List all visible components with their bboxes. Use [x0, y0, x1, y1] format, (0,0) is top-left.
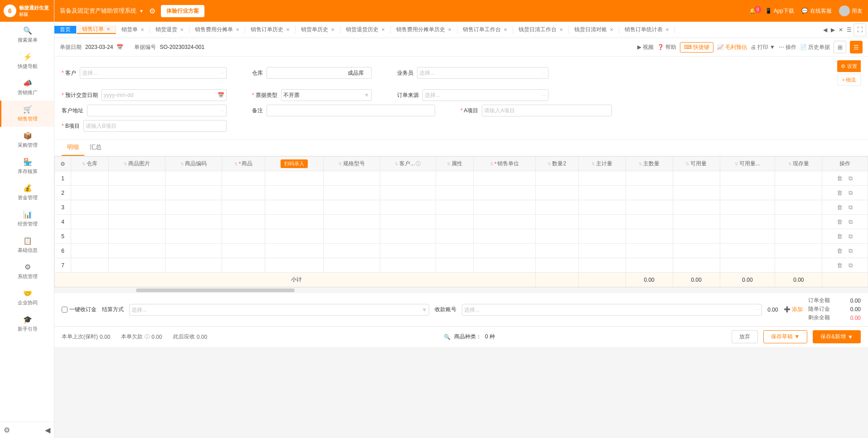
row-copy-icon[interactable]: ⧉ — [846, 174, 855, 183]
th-gear[interactable]: ⚙ — [55, 157, 71, 171]
row-main-qty[interactable] — [626, 229, 673, 244]
row-current[interactable] — [775, 229, 822, 244]
fullscreen-icon[interactable]: ⛶ — [853, 24, 866, 36]
tab-close-icon[interactable]: ✕ — [504, 27, 507, 32]
view-video-button[interactable]: ▶ 视频 — [637, 43, 654, 51]
b-project-wrap[interactable] — [83, 120, 227, 132]
tab-close-icon[interactable]: ✕ — [141, 27, 144, 32]
row-main-unit[interactable] — [578, 244, 626, 258]
payment-method-wrap[interactable]: ▼ — [129, 304, 429, 316]
tabs-menu-icon[interactable]: ☰ — [845, 27, 853, 33]
customer-input[interactable] — [82, 70, 219, 76]
row-avail[interactable] — [673, 171, 720, 186]
row-main-qty[interactable] — [626, 186, 673, 200]
remarks-wrap[interactable] — [267, 105, 435, 116]
row-current[interactable] — [775, 258, 822, 273]
row-attr[interactable] — [436, 171, 474, 186]
customer-address-input[interactable] — [89, 107, 219, 114]
one-click-checkbox-wrap[interactable]: 一键收订金 — [62, 306, 97, 313]
row-product[interactable] — [222, 258, 265, 273]
row-product[interactable] — [222, 200, 265, 215]
payment-dropdown-icon[interactable]: ▼ — [422, 307, 427, 313]
address-expand-icon[interactable]: ⋯ — [220, 108, 224, 113]
row-code[interactable] — [165, 215, 222, 229]
tab-销售订单工作台[interactable]: 销售订单工作台✕ — [457, 26, 513, 34]
row-unit[interactable] — [474, 258, 536, 273]
row-copy-icon[interactable]: ⧉ — [846, 246, 855, 255]
row-spec[interactable] — [323, 229, 380, 244]
tab-close-icon[interactable]: ✕ — [665, 27, 669, 32]
row-current[interactable] — [775, 200, 822, 215]
order-source-input[interactable] — [425, 92, 541, 98]
tab-close-icon[interactable]: ✕ — [286, 27, 290, 32]
row-spec[interactable] — [323, 171, 380, 186]
row-code[interactable] — [165, 171, 222, 186]
sidebar-item-purchase[interactable]: 📦采购管理 — [0, 127, 54, 153]
notification-bell[interactable]: 🔔9 — [749, 8, 758, 14]
sidebar-item-guide[interactable]: 🎓新手引导 — [0, 311, 54, 337]
row-main-unit[interactable] — [578, 171, 626, 186]
tab-close-icon[interactable]: ✕ — [559, 27, 563, 32]
delivery-calendar-icon[interactable]: 📅 — [218, 92, 224, 98]
row-attr[interactable] — [436, 215, 474, 229]
th-scan[interactable]: 扫码录入 — [265, 157, 323, 171]
tab-销售订单历史[interactable]: 销售订单历史✕ — [245, 26, 296, 34]
product-count-icon[interactable]: 🔍 — [444, 334, 451, 340]
row-main-unit[interactable] — [578, 258, 626, 273]
row-warehouse[interactable] — [71, 244, 109, 258]
row-avail2[interactable] — [720, 186, 775, 200]
row-current[interactable] — [775, 186, 822, 200]
salesperson-expand-icon[interactable]: ⋯ — [542, 71, 546, 76]
row-image[interactable] — [108, 186, 165, 200]
row-product[interactable] — [222, 244, 265, 258]
row-code[interactable] — [165, 229, 222, 244]
row-avail[interactable] — [673, 229, 720, 244]
row-code[interactable] — [165, 186, 222, 200]
row-qty2[interactable] — [535, 244, 578, 258]
row-unit[interactable] — [474, 229, 536, 244]
detail-tab-明细[interactable]: 明细 — [62, 140, 84, 156]
row-avail[interactable] — [673, 258, 720, 273]
row-customer-code[interactable] — [380, 229, 436, 244]
row-attr[interactable] — [436, 244, 474, 258]
row-code[interactable] — [165, 244, 222, 258]
sidebar-item-basic[interactable]: 📋基础信息 — [0, 232, 54, 258]
row-image[interactable] — [108, 258, 165, 273]
tab-close-icon[interactable]: ✕ — [331, 27, 335, 32]
order-source-expand-icon[interactable]: ⋯ — [542, 93, 546, 98]
row-avail[interactable] — [673, 200, 720, 215]
shortcut-button[interactable]: ⌨ 快捷键 — [680, 42, 713, 53]
tab-close-icon[interactable]: ✕ — [236, 27, 239, 32]
tabs-close-all-icon[interactable]: ✕ — [837, 27, 845, 33]
row-delete-icon[interactable]: 🗑 — [835, 174, 844, 183]
row-image[interactable] — [108, 229, 165, 244]
row-current[interactable] — [775, 244, 822, 258]
row-avail2[interactable] — [720, 258, 775, 273]
row-warehouse[interactable] — [71, 215, 109, 229]
sidebar-settings-icon[interactable]: ⚙ — [4, 426, 10, 434]
row-avail[interactable] — [673, 186, 720, 200]
add-logistics-button[interactable]: + 物流 — [837, 74, 861, 86]
row-unit[interactable] — [474, 244, 536, 258]
row-delete-icon[interactable]: 🗑 — [835, 232, 844, 241]
tabs-next-icon[interactable]: ▶ — [829, 27, 837, 33]
row-product[interactable] — [222, 171, 265, 186]
discard-button[interactable]: 放弃 — [732, 330, 758, 343]
salesperson-input[interactable] — [419, 70, 541, 76]
calendar-icon[interactable]: 📅 — [116, 44, 123, 50]
sidebar-item-marketing[interactable]: 📣营销推广 — [0, 74, 54, 101]
table-scrollbar[interactable] — [54, 287, 868, 293]
one-click-checkbox[interactable] — [62, 307, 68, 313]
row-qty2[interactable] — [535, 229, 578, 244]
sidebar-item-inventory[interactable]: 🏪库存核算 — [0, 153, 54, 179]
toolbar-list-icon[interactable]: ☰ — [850, 41, 863, 53]
row-main-unit[interactable] — [578, 200, 626, 215]
row-qty2[interactable] — [535, 171, 578, 186]
row-image[interactable] — [108, 215, 165, 229]
row-spec[interactable] — [323, 200, 380, 215]
delivery-date-wrap[interactable]: 📅 — [102, 89, 227, 101]
row-warehouse[interactable] — [71, 186, 109, 200]
warehouse-input-wrap[interactable]: 成品库 ⋯ — [267, 67, 372, 79]
settings-float-button[interactable]: ⚙ ⚙ 设置设置 — [837, 60, 861, 72]
row-product[interactable] — [222, 186, 265, 200]
